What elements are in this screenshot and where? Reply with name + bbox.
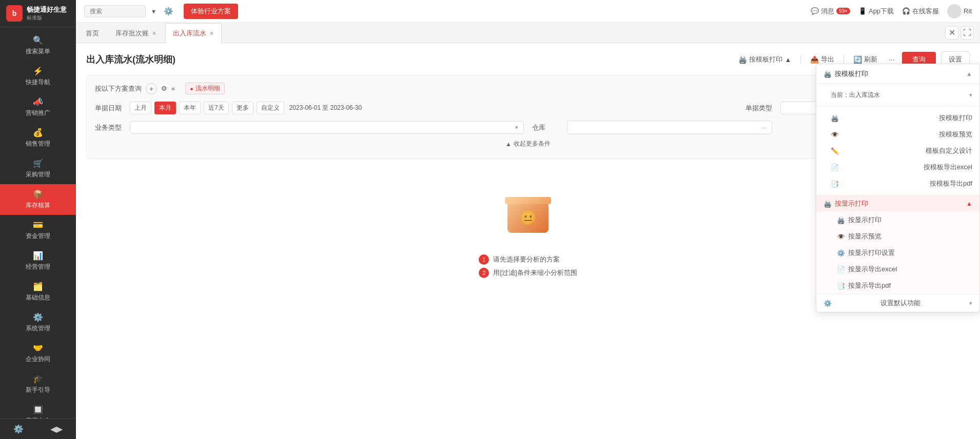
print-template-preview-btn[interactable]: 👁️ 按模板预览 [816,126,979,143]
footer-gear-icon: ⚙️ [824,300,832,307]
settings-bottom-icon[interactable]: ⚙️ [13,424,24,434]
print-template-btn[interactable]: 🖨️ 按模板打印 ▲ [734,53,795,66]
sidebar-item-label: 采购管理 [26,170,50,179]
date-btn-thisyear[interactable]: 本年 [179,102,201,114]
display-excel-btn[interactable]: 📄 按显示导出excel [816,261,979,277]
sidebar-item-apps[interactable]: 🔲 应用中心 [0,400,76,418]
online-service-btn[interactable]: 🎧 在线客服 [902,7,939,16]
tab-batch[interactable]: 库存批次账 ✕ [108,23,164,43]
print-group-current: 当前：出入库流水 ▾ [816,84,979,107]
sidebar-item-purchase[interactable]: 🛒 采购管理 [0,153,76,184]
version-label: 标准版 [27,14,67,21]
message-badge: 99+ [836,8,850,14]
sidebar-item-basic[interactable]: 🗂️ 基础信息 [0,276,76,307]
date-btn-thismonth[interactable]: 本月 [154,102,176,114]
sidebar-item-operation[interactable]: 📊 经营管理 [0,246,76,276]
sidebar-item-label: 销售管理 [26,139,50,148]
experience-btn[interactable]: 体验行业方案 [184,4,238,19]
tabbar: 首页 库存批次账 ✕ 出入库流水 ✕ ✕ ⛶ [76,23,980,43]
sidebar-item-search[interactable]: 🔍 搜索菜单 [0,30,76,61]
search-settings-icon[interactable]: ⚙ [161,85,167,92]
date-range: 2023-06-01 至 2023-06-30 [289,104,362,112]
filter-tag[interactable]: ● 流水明细 [185,83,225,94]
display-settings-icon: ⚙️ [837,249,845,257]
finance-icon: 💳 [33,220,43,230]
filter-tag-label: 流水明细 [195,84,220,93]
biz-type-label: 业务类型 [95,123,126,132]
display-preview-label: 按显示预览 [848,232,881,241]
sidebar-item-collab[interactable]: 🤝 企业协同 [0,338,76,369]
print-tmpl-pdf-icon: 📑 [831,180,839,188]
template-design-label: 模板自定义设计 [926,146,972,155]
current-arrow: ▾ [969,92,972,98]
tab-flow[interactable]: 出入库流水 ✕ [165,23,222,43]
display-print-btn[interactable]: 🖨️ 按显示打印 [816,212,979,228]
template-custom-design-btn[interactable]: ✏️ 模板自定义设计 [816,143,979,159]
biz-type-select[interactable]: ▾ [130,121,524,134]
warehouse-label: 仓库 [532,123,563,132]
print-tmpl-preview-icon: 👁️ [831,131,839,138]
print-dropdown-title-text: 按模板打印 [835,69,868,78]
display-preview-btn[interactable]: 👁️ 按显示预览 [816,228,979,245]
print-dropdown-up-chevron[interactable]: ▲ [966,70,972,77]
topbar-gear-icon[interactable]: ⚙️ [164,7,173,16]
print-template-print-btn[interactable]: 🖨️ 按模板打印 [816,110,979,126]
display-pdf-label: 按显示导出pdf [848,281,891,290]
date-btn-7days[interactable]: 近7天 [204,102,229,114]
date-btn-lastmonth[interactable]: 上月 [130,102,151,114]
date-btn-custom[interactable]: 自定义 [257,102,284,114]
sidebar-item-label: 搜索菜单 [26,47,50,56]
sidebar-item-system[interactable]: ⚙️ 系统管理 [0,307,76,338]
print-display-section: 🖨️ 按显示打印 ▲ 🖨️ 按显示打印 👁️ 按显示预览 [816,195,979,294]
footer-label: 设置默认功能 [880,298,920,308]
date-btn-more[interactable]: 更多 [232,102,253,114]
sidebar-item-quicknav[interactable]: ⚡ 快捷导航 [0,61,76,92]
print-display-header[interactable]: 🖨️ 按显示打印 ▲ [816,195,979,212]
print-template-pdf-btn[interactable]: 📑 按模板导出pdf [816,175,979,192]
brand-name: 畅捷通好生意 [27,6,67,14]
export-icon: 📤 [810,55,819,64]
display-print-settings-btn[interactable]: ⚙️ 按显示打印设置 [816,245,979,261]
sidebar-bottom: ⚙️ ◀▶ [0,418,76,439]
expand-btn[interactable]: ⛶ [961,26,974,39]
biz-type-field: 业务类型 ▾ [95,121,524,134]
sidebar-item-sales[interactable]: 💰 销售管理 [0,123,76,153]
divider1 [800,55,801,64]
bill-type-label: 单据类型 [746,104,776,113]
print-template-excel-btn[interactable]: 📄 按模板导出excel [816,159,979,175]
print-footer-default-btn[interactable]: ⚙️ 设置默认功能 ▾ [816,294,979,312]
message-btn[interactable]: 💬 消息 99+ [811,7,850,16]
search-dropdown-icon[interactable]: ▾ [152,7,155,15]
print-tmpl-print-label: 按模板打印 [939,113,972,123]
sidebar-item-guide[interactable]: 🎓 新手引导 [0,369,76,400]
search-add-btn[interactable]: + [146,83,157,94]
collapse-icon[interactable]: ◀▶ [50,424,63,434]
user-avatar-btn[interactable]: Rit [947,4,972,18]
display-section-chevron: ▲ [966,200,972,207]
empty-step-2: 2 用[过滤]条件来缩小分析范围 [479,268,577,278]
app-download-btn[interactable]: 📱 App下载 [858,7,894,16]
close-all-btn[interactable]: ✕ [945,26,958,39]
print-dropdown-title: 🖨️ 按模板打印 [824,69,868,78]
template-design-icon: ✏️ [831,147,839,155]
sidebar-item-finance[interactable]: 💳 资金管理 [0,215,76,246]
search-input[interactable] [84,5,146,17]
sidebar-item-label: 经营管理 [26,263,50,271]
sidebar-item-marketing[interactable]: 📣 营销推广 [0,92,76,123]
search-collapse-icon[interactable]: « [171,85,175,92]
tab-home[interactable]: 首页 [78,23,107,43]
print-tmpl-pdf-label: 按模板导出pdf [930,179,972,188]
tab-batch-close[interactable]: ✕ [152,30,156,37]
tab-flow-close[interactable]: ✕ [209,30,214,37]
sidebar-item-inventory[interactable]: 📦 库存核算 [0,184,76,215]
print-display-icon: 🖨️ [824,200,832,208]
display-pdf-icon: 📑 [837,282,845,290]
export-label: 导出 [821,55,834,64]
print-icon: 🖨️ [738,55,747,64]
search-header-label: 按以下方案查询 [95,84,142,93]
tab-home-label: 首页 [86,29,99,38]
online-service-label: 在线客服 [912,7,939,16]
display-pdf-btn[interactable]: 📑 按显示导出pdf [816,277,979,294]
warehouse-select[interactable]: ··· [567,121,772,134]
message-label: 消息 [821,7,834,16]
